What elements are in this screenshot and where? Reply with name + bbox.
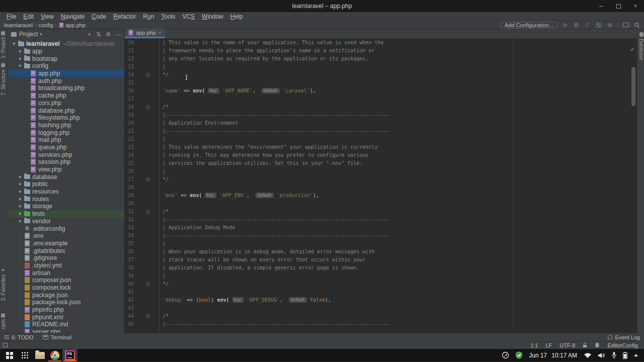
stop-icon[interactable] bbox=[606, 22, 613, 28]
tree-item-mail-php[interactable]: mail.php bbox=[8, 136, 124, 144]
tree-item-tests[interactable]: tests bbox=[8, 210, 124, 218]
chevron-right-icon[interactable] bbox=[17, 175, 23, 178]
menu-vcs[interactable]: VCS bbox=[179, 13, 198, 20]
fold-marker-icon[interactable] bbox=[146, 73, 150, 77]
battery-icon[interactable] bbox=[623, 352, 627, 359]
stripe-tab--project[interactable]: 1: Project bbox=[1, 31, 6, 58]
menu-file[interactable]: File bbox=[3, 13, 20, 20]
menu-edit[interactable]: Edit bbox=[20, 13, 37, 20]
line-ending[interactable]: LF bbox=[545, 342, 552, 348]
tab-database[interactable]: Database bbox=[638, 32, 644, 60]
tree-item--gitattributes[interactable]: .gitattributes bbox=[8, 247, 124, 254]
volume-icon[interactable] bbox=[598, 352, 605, 358]
chevron-down-icon[interactable] bbox=[17, 65, 23, 67]
tree-item-vendor[interactable]: vendor bbox=[8, 218, 124, 225]
profiler-icon[interactable] bbox=[595, 22, 602, 28]
add-configuration-button[interactable]: Add Configuration... bbox=[501, 22, 557, 29]
chevron-right-icon[interactable] bbox=[17, 220, 23, 223]
tree-item-cors-php[interactable]: cors.php bbox=[8, 100, 124, 107]
chevron-right-icon[interactable] bbox=[17, 198, 23, 201]
tree-item-app[interactable]: app bbox=[8, 48, 124, 55]
coverage-icon[interactable]: C bbox=[584, 22, 591, 28]
file-explorer-button[interactable] bbox=[32, 349, 47, 361]
editor-scrollbar[interactable] bbox=[631, 67, 635, 106]
collapse-all-icon[interactable]: ⇅ bbox=[96, 31, 101, 38]
tree-item-artisan[interactable]: artisan bbox=[8, 269, 124, 277]
tree-item-resources[interactable]: resources bbox=[8, 188, 124, 196]
tree-item-hashing-php[interactable]: hashing.php bbox=[8, 122, 124, 129]
menu-run[interactable]: Run bbox=[139, 13, 157, 20]
tree-item-phpunit-xml[interactable]: phpunit.xml bbox=[8, 313, 124, 321]
tray-expand-icon[interactable] bbox=[634, 354, 638, 356]
close-tab-icon[interactable]: × bbox=[158, 30, 162, 36]
tree-item-bootstrap[interactable]: bootstrap bbox=[8, 55, 124, 62]
tab-app-php[interactable]: app.php × bbox=[125, 29, 165, 38]
chevron-right-icon[interactable] bbox=[17, 212, 23, 215]
menu-help[interactable]: Help bbox=[227, 13, 247, 20]
chevron-right-icon[interactable] bbox=[17, 50, 23, 53]
breadcrumb-item[interactable]: learnlaravel bbox=[4, 22, 33, 28]
stripe-tab--favorites[interactable]: 2: Favorites★ bbox=[1, 267, 6, 301]
editorconfig-status[interactable]: EditorConfig bbox=[607, 342, 638, 348]
tree-item-filesystems-php[interactable]: filesystems.php bbox=[8, 114, 124, 122]
caret-position[interactable]: 1:1 bbox=[530, 342, 538, 348]
search-everywhere-icon[interactable] bbox=[633, 22, 640, 28]
tree-item--editorconfig[interactable]: ⚙.editorconfig bbox=[8, 225, 124, 232]
tree-item-database-php[interactable]: database.php bbox=[8, 107, 124, 114]
fold-marker-icon[interactable] bbox=[146, 210, 150, 214]
tree-item-view-php[interactable]: view.php bbox=[8, 166, 124, 173]
encoding[interactable]: UTF-8 bbox=[559, 342, 575, 348]
code-editor[interactable]: 10| This value is the name of your appli… bbox=[125, 39, 637, 333]
inspections-ok-icon[interactable]: ✔ bbox=[630, 46, 635, 53]
fold-marker-icon[interactable] bbox=[146, 177, 150, 182]
tree-item--env[interactable]: .env bbox=[8, 232, 124, 240]
wifi-icon[interactable] bbox=[584, 352, 592, 358]
phpstorm-button[interactable]: PS bbox=[62, 349, 77, 361]
app-grid-button[interactable] bbox=[17, 349, 32, 361]
unlock-icon[interactable] bbox=[583, 342, 587, 348]
menu-code[interactable]: Code bbox=[88, 13, 110, 20]
tree-item-composer-json[interactable]: composer.json bbox=[8, 277, 124, 284]
chevron-right-icon[interactable] bbox=[17, 190, 23, 193]
tree-item-broadcasting-php[interactable]: broadcasting.php bbox=[8, 84, 124, 92]
minimize-button[interactable] bbox=[598, 3, 605, 10]
stripe-tab--structure[interactable]: 7: Structure bbox=[1, 63, 6, 96]
tree-item-phpinfo-php[interactable]: phpinfo.php bbox=[8, 306, 124, 314]
tree-item-logging-php[interactable]: logging.php bbox=[8, 129, 124, 136]
run-icon[interactable] bbox=[562, 22, 569, 28]
chrome-button[interactable] bbox=[47, 349, 62, 361]
menu-refactor[interactable]: Refactor bbox=[110, 13, 139, 20]
chevron-right-icon[interactable] bbox=[17, 205, 23, 208]
tab-terminal[interactable]: Terminal bbox=[43, 334, 72, 340]
stripe-tab-npm[interactable]: npm bbox=[1, 313, 6, 329]
chevron-right-icon[interactable] bbox=[17, 57, 23, 60]
shield-tray-icon[interactable] bbox=[516, 351, 522, 359]
tree-item--gitignore[interactable]: .gitignore bbox=[8, 254, 124, 262]
tree-item-public[interactable]: public bbox=[8, 180, 124, 188]
breadcrumb-item[interactable]: config bbox=[38, 22, 53, 28]
tree-item--env-example[interactable]: .env.example bbox=[8, 240, 124, 247]
fold-marker-icon[interactable] bbox=[146, 105, 150, 109]
gear-icon[interactable]: ⚙ bbox=[106, 31, 111, 38]
tree-item-auth-php[interactable]: auth.php bbox=[8, 77, 124, 84]
tree-item-readme-md[interactable]: README.md bbox=[8, 321, 124, 328]
tree-item-session-php[interactable]: session.php bbox=[8, 158, 124, 166]
tree-item--styleci-yml[interactable]: .styleci.yml bbox=[8, 262, 124, 269]
chevron-down-icon[interactable]: ▾ bbox=[40, 32, 42, 37]
tree-item-routes[interactable]: routes bbox=[8, 195, 124, 203]
terminal-window-icon[interactable] bbox=[622, 22, 629, 28]
breadcrumb-item[interactable]: app.php bbox=[59, 22, 86, 28]
restore-button[interactable] bbox=[615, 3, 622, 10]
tree-item-database[interactable]: database bbox=[8, 173, 124, 180]
tool-window-switcher-icon[interactable] bbox=[3, 343, 8, 347]
menu-navigate[interactable]: Navigate bbox=[57, 13, 88, 20]
debug-icon[interactable] bbox=[573, 22, 580, 28]
start-button[interactable] bbox=[2, 349, 17, 361]
tab-todo[interactable]: 6: TODO bbox=[4, 334, 34, 340]
fold-marker-icon[interactable] bbox=[146, 282, 150, 286]
menu-tools[interactable]: Tools bbox=[157, 13, 179, 20]
inspections-profile-icon[interactable] bbox=[595, 342, 600, 348]
chevron-down-icon[interactable] bbox=[11, 43, 17, 45]
tree-item-package-lock-json[interactable]: package-lock.json bbox=[8, 299, 124, 306]
tree-item-learnlaravel[interactable]: learnlaravel~/Sites/learnlaravel bbox=[8, 40, 124, 48]
